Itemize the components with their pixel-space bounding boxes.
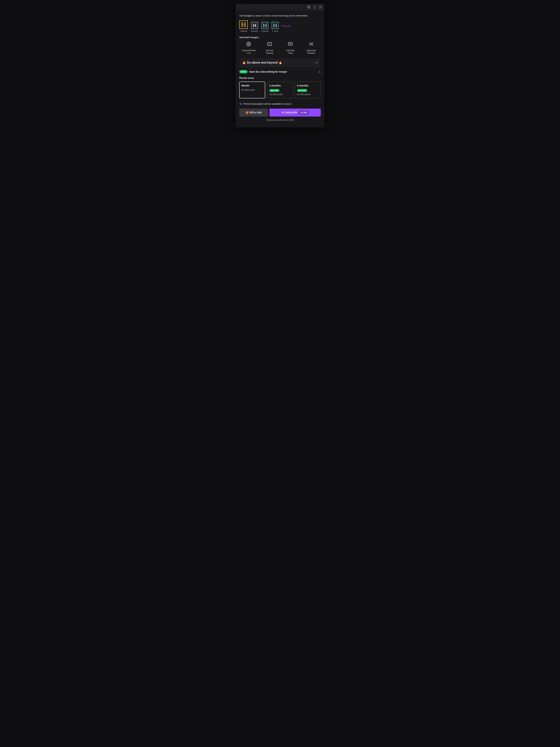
plan-6months[interactable]: 6 months 15% OFF €3.39/month — [295, 81, 321, 98]
channel-points-icon — [246, 42, 251, 48]
plan-3months-discount: 10% OFF — [269, 89, 279, 92]
save-header-left: SAVE Save by subscribing for longer — [239, 70, 287, 73]
renew-label: Renew every — [239, 77, 321, 79]
channel-points-label: Channel Points1.2x — [242, 49, 256, 54]
gift-sub-button[interactable]: 🎁 Gift a Sub — [239, 108, 268, 117]
plan-3months[interactable]: 3 months 10% OFF €3.59/month — [267, 81, 293, 98]
save-section: SAVE Save by subscribing for longer ∧ Re… — [236, 67, 324, 127]
perk-ad-free: Ad-FreeViewing — [260, 42, 279, 54]
plan-month-duration: Month — [241, 84, 263, 87]
perks-row: Channel Points1.2x Ad-FreeViewing — [239, 42, 321, 54]
plan-3months-price: €3.59/month — [269, 93, 291, 96]
modal-content: Sub Badges to wear in chat to show how l… — [236, 10, 324, 67]
screen-wrapper: Sub Badges to wear in chat to show how l… — [236, 4, 324, 127]
go-beyond-text: 🔥 Go above and beyond 🔥 — [242, 61, 282, 64]
badge-item-1month: H 1-Month — [239, 20, 248, 32]
perk-subscriber-streams: SubscriberStreams — [302, 42, 321, 54]
subscribe-price: €3.99 — [299, 110, 309, 115]
plan-6months-price: €3.39/month — [297, 93, 319, 96]
svg-point-7 — [248, 44, 249, 45]
go-beyond-banner[interactable]: 🔥 Go above and beyond 🔥 ∨ — [239, 58, 321, 67]
sub-only-chat-icon — [288, 42, 293, 48]
plan-month-price: €3.99/month — [241, 88, 263, 91]
prime-crown-icon: ♛ — [239, 102, 242, 106]
show-all-link[interactable]: Show All — [282, 24, 291, 27]
save-title: Save by subscribing for longer — [249, 70, 287, 73]
ad-free-label: Ad-FreeViewing — [266, 49, 273, 54]
prime-notice: ♛ Prime Subscription will be available o… — [239, 102, 321, 106]
share-icon[interactable] — [313, 5, 316, 9]
plans-row: Month €3.99/month 3 months 10% OFF €3.59… — [239, 81, 321, 98]
perk-channel-points: Channel Points1.2x — [239, 42, 258, 54]
sub-only-chat-label: Sub-OnlyChat — [286, 49, 295, 54]
svg-point-13 — [311, 43, 312, 45]
badge-item-6month: H 6-Month — [261, 22, 268, 32]
badges-row: H 1-Month H H 3-Month H 6-Month H 1-Year… — [239, 20, 321, 32]
badge-item-1year: H 1-Year — [272, 22, 278, 32]
badge-label-1month: 1-Month — [240, 30, 247, 32]
subscriber-streams-label: SubscriberStreams — [306, 49, 316, 54]
plan-3months-duration: 3 months — [269, 84, 291, 87]
badge-label-6month: 6-Month — [261, 30, 268, 32]
save-badge: SAVE — [239, 70, 247, 73]
badge-icon-3month: H H — [251, 22, 258, 29]
perk-sub-only-chat: Sub-OnlyChat — [281, 42, 300, 54]
chevron-down-icon: ∨ — [316, 61, 318, 64]
chevron-up-icon[interactable]: ∧ — [319, 70, 321, 74]
ad-free-icon — [267, 42, 272, 48]
badge-item-3month: H H 3-Month — [251, 22, 258, 32]
action-buttons: 🎁 Gift a Sub ★ Subscribe €3.99 — [239, 108, 321, 117]
top-bar — [236, 4, 324, 10]
star-icon[interactable] — [319, 5, 322, 9]
globe-icon[interactable] — [307, 5, 310, 9]
dont-forget-title: And don't forget... — [239, 36, 321, 39]
badge-label-3month: 3-Month — [251, 30, 258, 32]
save-header: SAVE Save by subscribing for longer ∧ — [239, 70, 321, 74]
badge-label-1year: 1-Year — [272, 30, 278, 32]
subscribe-label: ★ Subscribe — [282, 111, 297, 114]
svg-marker-4 — [319, 5, 322, 8]
prime-notice-text: Prime Subscription will be available on … — [243, 102, 291, 105]
subscriber-streams-icon — [309, 42, 314, 48]
plan-month[interactable]: Month €3.99/month — [239, 81, 265, 98]
badge-icon-1month: H — [239, 20, 248, 29]
subscribe-button[interactable]: ★ Subscribe €3.99 — [269, 108, 321, 117]
sub-badges-title: Sub Badges to wear in chat to show how l… — [239, 14, 321, 18]
plan-6months-discount: 15% OFF — [297, 89, 307, 92]
price-note: All prices are shown in EUR — [239, 119, 321, 124]
svg-rect-10 — [288, 43, 292, 45]
plan-6months-duration: 6 months — [297, 84, 319, 87]
badge-icon-6month: H — [262, 22, 268, 29]
badge-icon-1year: H — [272, 22, 278, 29]
